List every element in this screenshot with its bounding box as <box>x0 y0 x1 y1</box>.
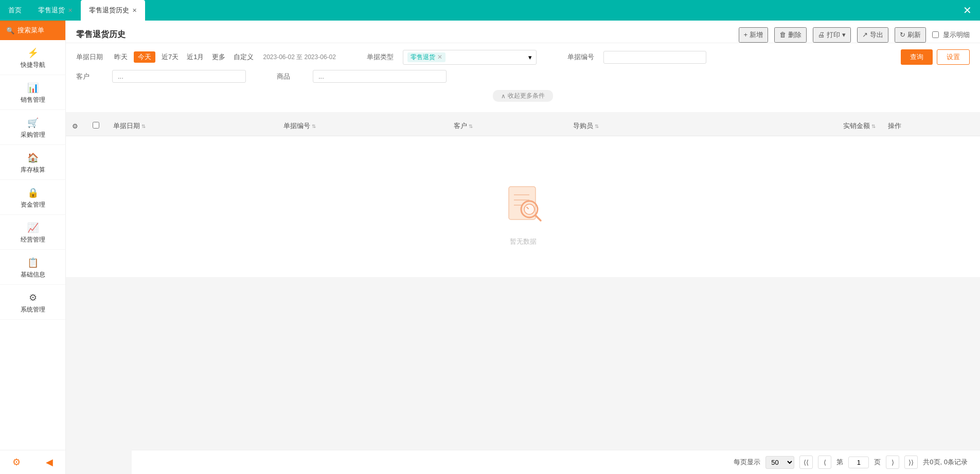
table-container: ⚙ 单据日期 单据编号 客户 导购员 实销金额 操作 <box>66 116 980 277</box>
collapse-btn[interactable]: ∧ 收起更多条件 <box>493 90 553 102</box>
type-dropdown-icon[interactable]: ▾ <box>528 53 532 61</box>
date-opt-1month[interactable]: 近1月 <box>185 51 206 63</box>
sidebar-item-system[interactable]: ⚙ 系统管理 <box>0 285 65 320</box>
sidebar-item-quick-nav[interactable]: ⚡ 快捷导航 <box>0 40 65 75</box>
display-toggle[interactable]: 显示明细 <box>932 30 970 40</box>
customer-input[interactable] <box>112 70 246 83</box>
next-page-btn[interactable]: ⟩ <box>886 455 899 469</box>
query-button[interactable]: 查询 <box>901 49 933 65</box>
sidebar-item-finance[interactable]: 🔒 资金管理 <box>0 180 65 215</box>
type-label: 单据类型 <box>367 52 398 62</box>
page-title: 零售退货历史 <box>76 29 126 40</box>
date-options: 昨天 今天 近7天 近1月 更多 自定义 <box>112 51 256 63</box>
print-button[interactable]: 🖨 打印 ▾ <box>813 27 851 43</box>
customer-label: 客户 <box>76 72 107 81</box>
customer-filter-group: 客户 <box>76 70 246 83</box>
col-settings[interactable]: ⚙ <box>66 116 86 136</box>
svg-line-6 <box>536 215 541 221</box>
col-guide[interactable]: 导购员 <box>567 116 711 136</box>
tab-home-label: 首页 <box>8 6 22 15</box>
pagination-bar: 每页显示 20 50 100 ⟨⟨ ⟨ 第 页 ⟩ ⟩⟩ 共0页, 0条记录 <box>132 450 980 474</box>
window-close-btn[interactable]: ✕ <box>963 4 980 16</box>
col-number[interactable]: 单据编号 <box>277 116 448 136</box>
tab-retail-return-history[interactable]: 零售退货历史 ✕ <box>81 0 145 21</box>
sidebar-item-inventory-label: 库存核算 <box>21 166 45 174</box>
empty-icon <box>497 177 549 229</box>
type-tag-close[interactable]: ✕ <box>437 53 442 61</box>
date-opt-yesterday[interactable]: 昨天 <box>112 51 130 63</box>
prev-page-btn[interactable]: ⟨ <box>818 455 831 469</box>
export-icon: ↗ <box>862 31 868 39</box>
date-opt-more[interactable]: 更多 <box>210 51 227 63</box>
search-icon: 🔍 <box>6 27 14 34</box>
goods-input[interactable] <box>313 70 447 83</box>
goods-filter-group: 商品 <box>277 70 447 83</box>
sidebar: 🔍 搜索菜单 ⚡ 快捷导航 📊 销售管理 🛒 采购管理 🏠 库存核算 🔒 资金管… <box>0 21 66 474</box>
export-button[interactable]: ↗ 导出 <box>857 27 888 43</box>
tab-retail-return-history-close[interactable]: ✕ <box>132 7 137 14</box>
collapse-row: ∧ 收起更多条件 <box>76 88 970 106</box>
sidebar-item-quick-nav-label: 快捷导航 <box>21 61 45 69</box>
sidebar-item-finance-label: 资金管理 <box>21 200 45 209</box>
sidebar-item-sales-label: 销售管理 <box>21 96 45 104</box>
col-customer[interactable]: 客户 <box>448 116 567 136</box>
data-table: ⚙ 单据日期 单据编号 客户 导购员 实销金额 操作 <box>66 116 980 136</box>
date-filter-group: 单据日期 昨天 今天 近7天 近1月 更多 自定义 2023-06-02 至 2… <box>76 51 336 63</box>
sidebar-item-purchase[interactable]: 🛒 采购管理 <box>0 110 65 145</box>
date-opt-7days[interactable]: 近7天 <box>159 51 181 63</box>
tab-retail-return[interactable]: 零售退货 ✕ <box>30 0 81 21</box>
collapse-up-icon: ∧ <box>501 93 506 100</box>
sidebar-search[interactable]: 🔍 搜索菜单 <box>0 21 65 40</box>
sidebar-item-operation-label: 经营管理 <box>21 235 45 244</box>
refresh-button[interactable]: ↻ 刷新 <box>895 27 926 43</box>
tab-retail-return-label: 零售退货 <box>38 6 65 15</box>
col-action: 操作 <box>882 116 980 136</box>
sidebar-item-basic-info[interactable]: 📋 基础信息 <box>0 250 65 285</box>
main-content: 零售退货历史 + 新增 🗑 删除 🖨 打印 ▾ ↗ 导出 ↻ <box>66 21 980 474</box>
empty-text: 暂无数据 <box>510 237 537 246</box>
collapse-sidebar-icon[interactable]: ◀ <box>46 457 53 468</box>
setting-button[interactable]: 设置 <box>937 49 970 65</box>
col-date[interactable]: 单据日期 <box>107 116 277 136</box>
sidebar-item-inventory[interactable]: 🏠 库存核算 <box>0 145 65 180</box>
page-number-input[interactable] <box>848 457 869 468</box>
page-actions: + 新增 🗑 删除 🖨 打印 ▾ ↗ 导出 ↻ 刷新 <box>739 27 970 43</box>
add-button[interactable]: + 新增 <box>739 27 769 43</box>
col-amount[interactable]: 实销金额 <box>711 116 882 136</box>
tab-retail-return-close[interactable]: ✕ <box>68 7 73 14</box>
date-opt-today[interactable]: 今天 <box>134 51 155 63</box>
last-page-btn[interactable]: ⟩⟩ <box>904 455 918 469</box>
finance-icon: 🔒 <box>27 187 39 198</box>
type-select[interactable]: 零售退货 ✕ ▾ <box>403 50 537 65</box>
date-range-display: 2023-06-02 至 2023-06-02 <box>263 53 335 62</box>
delete-icon: 🗑 <box>779 31 786 39</box>
date-opt-custom[interactable]: 自定义 <box>231 51 256 63</box>
goods-label: 商品 <box>277 72 308 81</box>
display-toggle-checkbox[interactable] <box>932 31 939 38</box>
first-page-btn[interactable]: ⟨⟨ <box>799 455 813 469</box>
page-size-select[interactable]: 20 50 100 <box>765 456 794 469</box>
tab-home[interactable]: 首页 <box>0 0 30 21</box>
sidebar-item-basic-info-label: 基础信息 <box>21 270 45 279</box>
sidebar-item-operation[interactable]: 📈 经营管理 <box>0 215 65 250</box>
select-all-checkbox[interactable] <box>93 122 99 129</box>
delete-button[interactable]: 🗑 删除 <box>774 27 807 43</box>
top-tabs: 首页 零售退货 ✕ 零售退货历史 ✕ <box>0 0 963 21</box>
sidebar-bottom: ⚙ ◀ <box>0 450 65 474</box>
date-label: 单据日期 <box>76 52 107 62</box>
number-input[interactable] <box>603 51 706 64</box>
refresh-icon: ↻ <box>900 31 905 39</box>
empty-state: 暂无数据 <box>66 136 980 277</box>
page-header: 零售退货历史 + 新增 🗑 删除 🖨 打印 ▾ ↗ 导出 ↻ <box>66 21 980 43</box>
pagination-summary: 共0页, 0条记录 <box>923 458 968 467</box>
sidebar-item-sales[interactable]: 📊 销售管理 <box>0 75 65 110</box>
basic-info-icon: 📋 <box>27 257 39 268</box>
system-icon: ⚙ <box>27 292 39 303</box>
purchase-icon: 🛒 <box>27 117 39 129</box>
query-actions: 查询 设置 <box>901 49 970 65</box>
col-checkbox <box>86 116 107 136</box>
sidebar-item-system-label: 系统管理 <box>21 305 45 314</box>
operation-icon: 📈 <box>27 222 39 233</box>
settings-gear-icon[interactable]: ⚙ <box>12 457 21 468</box>
filter-row-2: 客户 商品 <box>76 70 970 83</box>
